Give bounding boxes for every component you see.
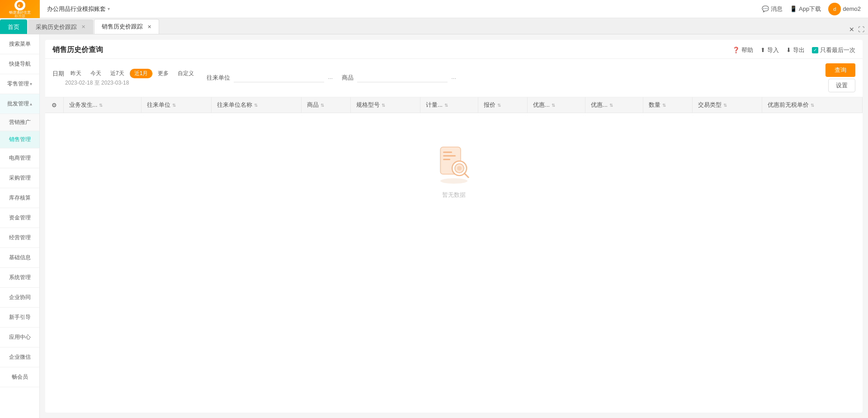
import-icon: ⬆	[760, 47, 765, 53]
message-button[interactable]: 💬 消息	[762, 5, 783, 13]
col-product[interactable]: 商品 ⇅	[301, 97, 350, 113]
last-only-checkbox[interactable]: ✓	[812, 47, 818, 53]
sidebar-item-inventory[interactable]: 库存核算	[0, 188, 39, 208]
col-partner-code[interactable]: 往来单位 ⇅	[142, 97, 211, 113]
date-filter-label: 日期	[52, 70, 64, 78]
date-today-btn[interactable]: 今天	[87, 69, 105, 78]
help-button[interactable]: ❓ 帮助	[732, 46, 753, 54]
header-left: 6 畅捷通好生意 标准版 办公用品行业模拟账套 ▾	[0, 0, 113, 18]
svg-point-2	[440, 178, 467, 184]
tab-purchase-label: 采购历史价跟踪	[36, 23, 77, 31]
sidebar-item-search[interactable]: 搜索菜单	[0, 34, 39, 54]
logo-sub: 标准版	[14, 14, 25, 18]
sidebar-item-system[interactable]: 系统管理	[0, 268, 39, 288]
sort-icon: ⇅	[444, 103, 448, 108]
empty-state: 暂无数据	[45, 113, 863, 226]
page-title: 销售历史价查询	[52, 45, 103, 55]
tab-bar: 首页 采购历史价跟踪 ✕ 销售历史价跟踪 ✕ ✕ ⛶	[0, 18, 868, 34]
product-input[interactable]	[357, 73, 448, 82]
user-menu[interactable]: d demo2	[828, 3, 861, 15]
sidebar-item-guide[interactable]: 新手引导	[0, 308, 39, 328]
logo-area[interactable]: 6 畅捷通好生意 标准版	[0, 0, 40, 18]
col-biz-date[interactable]: 业务发生... ⇅	[63, 97, 142, 113]
date-custom-btn[interactable]: 自定义	[174, 69, 198, 78]
col-unit[interactable]: 计量... ⇅	[420, 97, 478, 113]
sort-icon: ⇅	[321, 103, 324, 108]
date-last7-btn[interactable]: 近7天	[107, 69, 128, 78]
partner-picker-icon[interactable]: ···	[328, 75, 333, 81]
col-quantity[interactable]: 数量 ⇅	[643, 97, 692, 113]
empty-illustration	[431, 140, 476, 185]
sort-icon: ⇅	[609, 103, 613, 108]
sort-icon: ⇅	[552, 103, 555, 108]
page-header-actions: ❓ 帮助 ⬆ 导入 ⬇ 导出 ✓ 只看最后一次	[732, 46, 855, 54]
filter-bar: 日期 昨天 今天 近7天 近1月 更多 自定义 2023-02-18 至 202…	[45, 59, 863, 97]
date-range-display: 2023-02-18 至 2023-03-18	[65, 79, 198, 87]
sidebar-item-ecommerce[interactable]: 电商管理	[0, 148, 39, 168]
close-sales-tab-icon[interactable]: ✕	[147, 24, 151, 30]
last-only-checkbox-label[interactable]: ✓ 只看最后一次	[812, 46, 855, 54]
avatar: d	[828, 3, 841, 15]
product-picker-icon[interactable]: ···	[451, 75, 456, 81]
page-card: 销售历史价查询 ❓ 帮助 ⬆ 导入 ⬇ 导出 ✓	[45, 40, 863, 413]
date-last1month-btn[interactable]: 近1月	[130, 69, 153, 78]
empty-text: 暂无数据	[442, 191, 466, 199]
sidebar-item-sales-mgmt[interactable]: 销售管理	[0, 131, 39, 148]
filter-right-buttons: 查询 设置	[826, 63, 855, 92]
col-spec[interactable]: 规格型号 ⇅	[350, 97, 420, 113]
sidebar-item-basic-info[interactable]: 基础信息	[0, 248, 39, 268]
partner-input[interactable]	[234, 73, 324, 82]
sort-icon: ⇅	[99, 103, 103, 108]
svg-point-10	[457, 166, 462, 171]
tab-home[interactable]: 首页	[0, 19, 27, 34]
sidebar-item-wechat[interactable]: 企业微信	[0, 347, 39, 367]
header-right: 💬 消息 📱 App下载 d demo2	[762, 3, 861, 15]
col-partner-name[interactable]: 往来单位名称 ⇅	[211, 97, 301, 113]
date-more-btn[interactable]: 更多	[154, 69, 172, 78]
col-settings[interactable]: ⚙	[45, 97, 63, 113]
content-area: 销售历史价查询 ❓ 帮助 ⬆ 导入 ⬇ 导出 ✓	[40, 34, 868, 418]
chevron-down-icon: ▾	[30, 81, 32, 87]
sidebar: 搜索菜单 快捷导航 零售管理 ▾ 批发管理 ▴ 营销推广 销售管理 电商管理 采…	[0, 34, 40, 418]
sidebar-item-wholesale[interactable]: 批发管理 ▴	[0, 94, 39, 114]
sidebar-item-purchase-mgmt[interactable]: 采购管理	[0, 168, 39, 188]
sidebar-item-enterprise[interactable]: 企业协同	[0, 288, 39, 308]
help-icon: ❓	[732, 47, 740, 53]
sidebar-item-retail[interactable]: 零售管理 ▾	[0, 74, 39, 94]
partner-filter-group: 往来单位 ···	[207, 73, 333, 82]
tab-sales[interactable]: 销售历史价跟踪 ✕	[94, 19, 159, 34]
app-download-button[interactable]: 📱 App下载	[790, 5, 821, 13]
sort-icon: ⇅	[382, 103, 385, 108]
sidebar-item-quick-nav[interactable]: 快捷导航	[0, 54, 39, 74]
svg-rect-4	[443, 152, 452, 153]
app-selector[interactable]: 办公用品行业模拟账套 ▾	[43, 3, 113, 15]
col-discount1[interactable]: 优惠... ⇅	[528, 97, 585, 113]
export-button[interactable]: ⬇ 导出	[786, 46, 805, 54]
settings-button[interactable]: 设置	[828, 79, 855, 92]
sort-icon: ⇅	[254, 103, 258, 108]
close-all-icon[interactable]: ✕	[849, 26, 854, 33]
import-button[interactable]: ⬆ 导入	[760, 46, 779, 54]
svg-text:6: 6	[18, 4, 20, 8]
tab-purchase[interactable]: 采购历史价跟踪 ✕	[28, 19, 93, 34]
col-pretax-price[interactable]: 优惠前无税单价 ⇅	[762, 97, 863, 113]
fullscreen-icon[interactable]: ⛶	[858, 26, 864, 33]
sort-icon: ⇅	[662, 103, 666, 108]
sidebar-item-app-center[interactable]: 应用中心	[0, 328, 39, 347]
sidebar-item-operations[interactable]: 经营管理	[0, 228, 39, 248]
svg-line-9	[464, 173, 468, 177]
col-discount2[interactable]: 优惠... ⇅	[585, 97, 643, 113]
col-trade-type[interactable]: 交易类型 ⇅	[693, 97, 762, 113]
product-filter-group: 商品 ···	[342, 73, 456, 82]
close-purchase-tab-icon[interactable]: ✕	[81, 24, 85, 30]
partner-label: 往来单位	[207, 74, 230, 82]
sidebar-item-finance[interactable]: 资金管理	[0, 208, 39, 228]
date-buttons: 昨天 今天 近7天 近1月 更多 自定义	[67, 69, 198, 78]
sidebar-item-member[interactable]: 畅会员	[0, 367, 39, 387]
col-quoted-price[interactable]: 报价 ⇅	[478, 97, 527, 113]
date-yesterday-btn[interactable]: 昨天	[67, 69, 85, 78]
sidebar-item-marketing[interactable]: 营销推广	[0, 114, 39, 131]
tab-home-label: 首页	[8, 23, 19, 31]
table-header-row: ⚙ 业务发生... ⇅ 往来单位	[45, 97, 863, 113]
query-button[interactable]: 查询	[826, 63, 855, 77]
